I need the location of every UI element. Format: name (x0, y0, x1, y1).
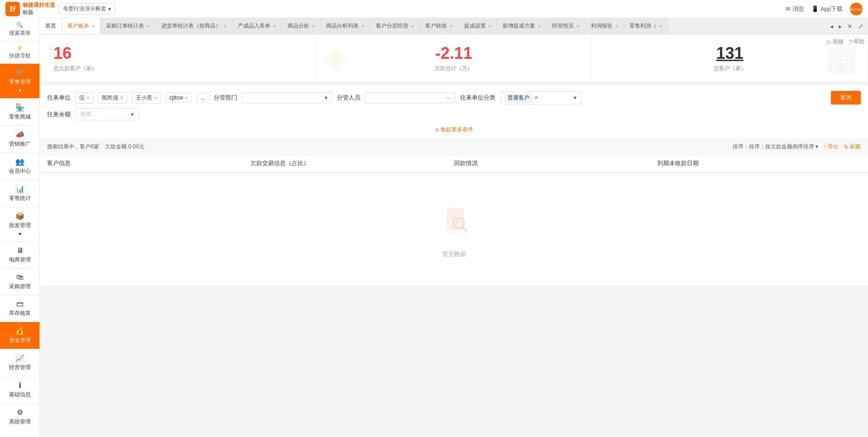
tab-scroll-right[interactable]: ▸ (837, 22, 844, 31)
tab-expand[interactable]: ⤢ (856, 22, 865, 31)
tab-close-promotion[interactable]: × (489, 24, 491, 29)
more-tags[interactable]: ... (197, 93, 209, 103)
tab-product-inbound[interactable]: 产成品入库单 × (232, 18, 282, 34)
message-btn[interactable]: ✉ 消息 (786, 5, 804, 13)
sidebar-search-btn[interactable]: 🔍 搜索菜单 (0, 18, 39, 41)
tab-inbound-stats[interactable]: 进货单统计表（按商品） × (156, 18, 232, 34)
tab-close-customer-capital[interactable]: × (92, 24, 95, 29)
operation-icon: 📈 (15, 354, 24, 362)
tab-customer-contact[interactable]: 客户联络 × (420, 18, 458, 34)
user-profile[interactable]: demo2 (850, 3, 863, 15)
sort-down-icon[interactable]: ▾ (815, 143, 818, 150)
tab-close-product-inbound[interactable]: × (273, 24, 276, 29)
tab-operation-status[interactable]: 经营情况 × (547, 18, 585, 34)
app-download-btn[interactable]: 📱 App下载 (811, 5, 843, 13)
remove-tag-wang[interactable]: × (154, 95, 157, 100)
filter-tag-wu[interactable]: 伍 × (75, 92, 93, 104)
tab-close-purchase[interactable]: × (147, 24, 149, 29)
chevron-down-icon: ▾ (108, 6, 111, 12)
tab-product-analysis-list[interactable]: 商品分析列表 × (321, 18, 370, 34)
balance-label: 往来余额 (47, 110, 71, 119)
sidebar-item-enterprise[interactable]: 🤝 企业协同 (0, 431, 39, 437)
tab-menu[interactable]: ✕ (845, 22, 854, 31)
video-btn[interactable]: ▷ 视频 (827, 38, 844, 46)
tab-close-add-promotion[interactable]: × (538, 24, 541, 29)
tab-close-segment[interactable]: × (411, 24, 414, 29)
tab-retail-profit[interactable]: 零售利润（ × (624, 18, 668, 34)
filter-tag-cj[interactable]: cjttcw × (165, 93, 192, 103)
balance-dropdown[interactable]: 选择... ▾ (75, 108, 139, 120)
sidebar-item-marketing[interactable]: 📣 营销推广 (0, 126, 39, 153)
tab-close-product-analysis-list[interactable]: × (361, 24, 364, 29)
sidebar-item-operation[interactable]: 📈 经营管理 (0, 349, 39, 376)
tab-close-product-analysis[interactable]: × (312, 24, 315, 29)
filter-row-2: 往来余额 选择... ▾ (47, 108, 861, 120)
table-empty-state: 暂无数据 (40, 173, 868, 285)
sidebar-nav-btn[interactable]: ⚡ 快捷导航 (0, 41, 39, 64)
tab-close-profit[interactable]: × (615, 24, 618, 29)
sidebar-item-wholesale[interactable]: 📦 批发管理 ▾ (0, 207, 39, 242)
sidebar-item-purchase[interactable]: 🛍 采购管理 (0, 269, 39, 295)
page-content: ¥ 16 总欠款客户（家） ◈ -2.11 欠款合计（万） 🏢 131 总客户（… (40, 34, 868, 437)
bg-icon-yuan: ¥ (47, 40, 65, 76)
remove-tag-cj[interactable]: × (185, 95, 187, 100)
bg-icon-building: 🏢 (825, 42, 858, 74)
export-btn[interactable]: ↑ 导出 (824, 143, 839, 151)
sidebar-item-finance[interactable]: 💰 资金管理 (0, 322, 39, 349)
tab-close-inbound[interactable]: × (224, 24, 226, 29)
tab-add-promotion[interactable]: 新增提成方案 × (497, 18, 547, 34)
sidebar-item-retail-manage[interactable]: 🛒 零售管理 ▾ (0, 64, 39, 99)
tab-close-retail-profit[interactable]: × (659, 24, 662, 29)
sidebar-item-ecommerce[interactable]: 🖥 电商管理 (0, 242, 39, 269)
content-area: 首页 客户账本 × 采购订单统计表 × 进货单统计表（按商品） × 产成品入库单… (40, 18, 868, 437)
account-dropdown[interactable]: 母婴行业演示帐套 ▾ (59, 3, 115, 14)
empty-illustration (436, 200, 472, 236)
sidebar-item-member[interactable]: 👥 会员中心 (0, 153, 39, 180)
overdue-amount-label: 欠款合计（万） (435, 65, 473, 72)
dept-dropdown[interactable]: ▾ (242, 92, 332, 103)
remove-tag-chen[interactable]: × (120, 95, 123, 100)
query-button[interactable]: 查询 (831, 91, 861, 104)
logo-text: 畅捷通好生意 标版 (23, 2, 55, 16)
result-bar: 搜索结果中，客户0家 欠款金额 0.00元 排序：排序：按欠款金额倒序排序 ▾ … (40, 139, 868, 155)
tab-close-contact[interactable]: × (450, 24, 452, 29)
refresh-btn[interactable]: ↻ 刷新 (844, 143, 861, 151)
nav-icon: ⚡ (16, 45, 23, 51)
play-icon: ▷ (827, 39, 831, 45)
ellipsis-icon: ··· (446, 95, 451, 101)
remove-unit-class[interactable]: × (535, 95, 538, 101)
remove-tag-wu[interactable]: × (86, 95, 89, 100)
tab-scroll-left[interactable]: ◂ (828, 22, 835, 31)
sidebar-item-retail-mall[interactable]: 🏪 零售商城 (0, 99, 39, 126)
wholesale-icon: 📦 (15, 212, 24, 220)
data-table: 客户信息 欠款交易信息（占比） 回款情况 到期未收款日期 (40, 155, 868, 285)
sidebar-item-inventory[interactable]: 🗃 库存核算 (0, 295, 39, 322)
unit-class-dropdown[interactable]: 普通客户 × ▾ (500, 91, 581, 104)
sidebar-item-basic-info[interactable]: ℹ 基础信息 (0, 376, 39, 404)
sidebar-item-retail-stats[interactable]: 📊 零售统计 (0, 180, 39, 207)
unit-class-label: 往来单位分类 (460, 94, 495, 102)
tab-purchase-order[interactable]: 采购订单统计表 × (101, 18, 155, 34)
person-dropdown[interactable]: ··· (365, 92, 456, 103)
inventory-icon: 🗃 (16, 300, 24, 308)
help-btn[interactable]: ? 帮助 (849, 38, 864, 46)
marketing-icon: 📣 (15, 130, 24, 139)
tab-promotion-settings[interactable]: 提成设置 × (459, 18, 497, 34)
filter-tag-chen[interactable]: 陈民强 × (98, 92, 127, 104)
filter-tag-wang[interactable]: 王小亮 × (132, 92, 161, 104)
svg-rect-2 (450, 213, 459, 214)
chevron-up-icon: ∧ (435, 127, 439, 133)
tab-profit-report[interactable]: 利润报告 × (585, 18, 624, 34)
top-bar: 好 畅捷通好生意 标版 母婴行业演示帐套 ▾ ✉ 消息 📱 App下载 demo… (0, 0, 868, 18)
tab-product-analysis[interactable]: 商品分析 × (282, 18, 321, 34)
collapse-btn[interactable]: ∧ 收起更多条件 (435, 126, 473, 133)
tab-customer-capital[interactable]: 客户账本 × (62, 18, 101, 34)
tab-customer-segment[interactable]: 客户分层经营 × (370, 18, 420, 34)
sidebar-item-system[interactable]: ⚙ 系统管理 (0, 404, 39, 431)
logo-area: 好 畅捷通好生意 标版 (5, 2, 55, 16)
col-customer-info: 客户信息 (47, 159, 250, 167)
tab-home[interactable]: 首页 (40, 18, 62, 34)
stats-header: ¥ 16 总欠款客户（家） ◈ -2.11 欠款合计（万） 🏢 131 总客户（… (40, 34, 868, 82)
avatar: demo2 (850, 3, 863, 15)
tab-close-operation[interactable]: × (576, 24, 579, 29)
